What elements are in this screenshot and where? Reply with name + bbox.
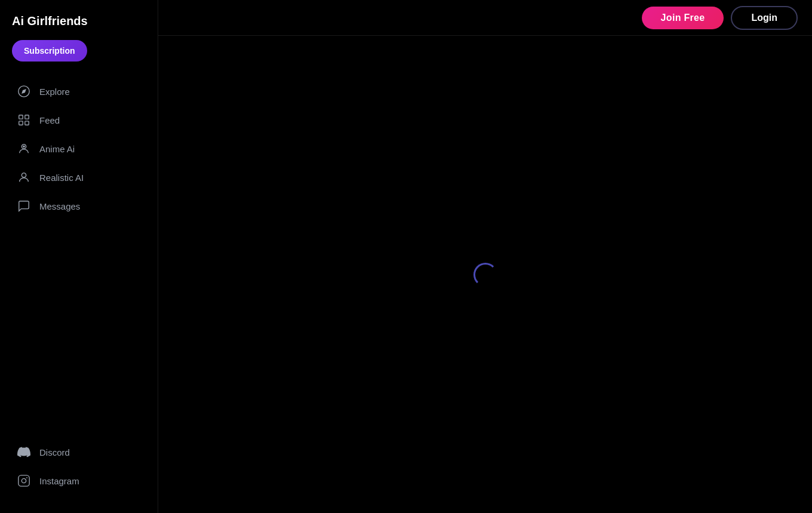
sidebar-item-explore[interactable]: Explore xyxy=(12,78,146,105)
realistic-icon xyxy=(17,170,31,185)
sidebar-item-label: Instagram xyxy=(39,476,79,486)
sidebar-item-instagram[interactable]: Instagram xyxy=(12,468,146,494)
social-section: Discord Instagram xyxy=(12,439,146,503)
sidebar-item-realistic-ai[interactable]: Realistic AI xyxy=(12,164,146,191)
loading-spinner xyxy=(473,263,497,287)
top-header: Join Free Login xyxy=(158,0,812,36)
sidebar-item-label: Discord xyxy=(39,447,70,457)
sidebar-item-label: Anime Ai xyxy=(39,144,75,154)
sidebar-item-label: Explore xyxy=(39,87,70,97)
anime-icon xyxy=(17,142,31,156)
feed-icon xyxy=(17,113,31,127)
sidebar-item-label: Feed xyxy=(39,115,60,125)
app-logo: Ai Girlfriends xyxy=(12,10,146,40)
instagram-icon xyxy=(17,474,31,488)
svg-rect-3 xyxy=(25,115,29,119)
messages-icon xyxy=(17,199,31,213)
sidebar-item-discord[interactable]: Discord xyxy=(12,439,146,465)
sidebar: Ai Girlfriends Subscription Explore xyxy=(0,0,158,513)
discord-icon xyxy=(17,445,31,459)
compass-icon xyxy=(17,84,31,99)
main-content: Join Free Login xyxy=(158,0,812,513)
svg-point-8 xyxy=(21,173,26,177)
nav-items: Explore Feed An xyxy=(12,78,146,439)
sidebar-item-anime-ai[interactable]: Anime Ai xyxy=(12,136,146,162)
subscription-button[interactable]: Subscription xyxy=(12,40,87,62)
svg-point-10 xyxy=(21,478,26,483)
sidebar-item-label: Messages xyxy=(39,201,80,211)
svg-rect-5 xyxy=(25,121,29,125)
join-free-button[interactable]: Join Free xyxy=(642,7,724,29)
content-area xyxy=(158,36,812,513)
login-button[interactable]: Login xyxy=(731,6,798,30)
svg-rect-4 xyxy=(19,121,23,125)
svg-marker-1 xyxy=(21,89,26,94)
svg-point-7 xyxy=(23,146,25,148)
sidebar-item-label: Realistic AI xyxy=(39,173,84,183)
svg-rect-2 xyxy=(19,115,23,119)
svg-rect-9 xyxy=(19,475,29,486)
sidebar-item-messages[interactable]: Messages xyxy=(12,193,146,219)
svg-point-11 xyxy=(26,477,27,478)
sidebar-item-feed[interactable]: Feed xyxy=(12,107,146,133)
